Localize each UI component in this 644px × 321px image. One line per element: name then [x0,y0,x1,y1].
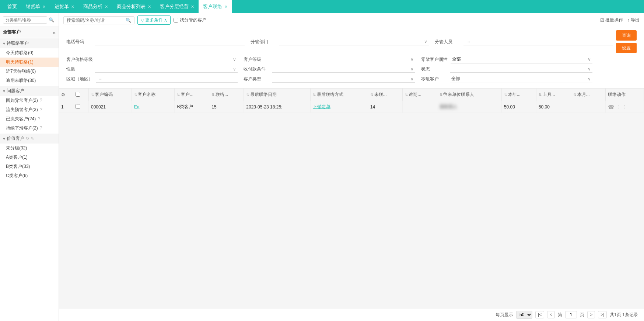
batch-ops-button[interactable]: ☑ 批量操作 [600,17,623,23]
help-icon-lost[interactable]: ? [38,116,41,121]
value-customer-group[interactable]: 价值客户 ↻ ✎ [0,134,59,144]
nav-product-analysis[interactable]: 商品分析 ✕ [79,0,112,13]
filter-phone-input[interactable] [95,38,245,45]
sidebar-item-lost[interactable]: 已流失客户(24) ? [0,114,59,124]
cell-name[interactable]: Ea [132,101,175,113]
nav-home[interactable]: 首页 [3,0,21,13]
cell-checkbox[interactable] [73,101,88,113]
col-checkbox[interactable] [73,89,88,101]
col-contact-count[interactable]: 联络... [209,89,244,101]
sidebar-item-loss-risk[interactable]: 流失预警客户(3) ? [0,105,59,114]
sidebar-item-continuous-decline[interactable]: 持续下滑客户(2) ? [0,124,59,133]
filter-customer-type-label: 客户类型 [244,76,269,82]
col-customer-type[interactable]: 客户... [175,89,209,101]
row-checkbox[interactable] [76,104,80,109]
region-more-icon[interactable]: ··· [99,76,102,82]
filter-panel: 电话号码 分管部门 ∨ 分管人员 ··· 查询 设置 [59,27,644,89]
sidebar-item-c-class[interactable]: C类客户(6) [0,171,59,180]
help-icon-decline[interactable]: ? [40,125,42,131]
filter-retail-customer-select[interactable]: 全部 ∨ [450,75,592,83]
my-customers-checkbox[interactable] [174,18,178,23]
cell-last-contact-method[interactable]: 下销货单 [310,101,368,113]
col-this-month[interactable]: 本月... [571,89,605,101]
help-icon-repurchase[interactable]: ? [40,98,42,103]
filter-payment-select[interactable]: ∨ [272,66,415,73]
close-product-analysis-list-tab[interactable]: ✕ [148,4,151,9]
problem-customer-group[interactable]: 问题客户 [0,86,59,96]
filter-customer-type-select[interactable]: ∨ [272,76,415,83]
nav-purchase[interactable]: 进货单 ✕ [50,0,79,13]
close-purchase-tab[interactable]: ✕ [71,4,74,9]
more-conditions-button[interactable]: ▽ 更多条件 ∧ [137,15,171,25]
close-customer-contact-tab[interactable]: ✕ [224,4,228,9]
next-page-button[interactable]: > [587,311,595,318]
value-group-refresh-icon[interactable]: ↻ [26,136,29,141]
sidebar-item-today[interactable]: 今天待联络(0) [0,48,59,58]
search-input[interactable] [67,18,126,23]
sidebar-item-overdue[interactable]: 逾期未联络(30) [0,76,59,85]
cell-code: 000021 [88,101,132,113]
filter-region-label: 区域（地区） [66,76,93,82]
prev-page-button[interactable]: < [547,311,555,318]
chevron-down-icon-7: ∨ [588,66,591,72]
col-last-contact-date[interactable]: 最后联络日期 [244,89,311,101]
col-this-year[interactable]: 本年... [501,89,536,101]
filter-department-select[interactable]: ∨ [279,38,429,45]
filter-manager-select[interactable]: ··· [463,38,613,45]
manager-more-icon[interactable]: ··· [466,39,470,44]
per-page-select[interactable]: 50 [516,311,532,319]
toolbar: 🔍 ▽ 更多条件 ∧ 我分管的客户 ☑ 批量操作 ↑ 导出 [59,13,644,27]
col-associated-contacts[interactable]: 往来单位联系人 [437,89,501,101]
nav-product-analysis-list[interactable]: 商品分析列表 ✕ [112,0,155,13]
close-sales-tab[interactable]: ✕ [42,4,46,9]
sidebar-item-repurchase-abnormal[interactable]: 回购异常客户(2) ? [0,96,59,105]
sidebar-search-area: 🔍 [0,13,59,27]
checkbox-icon: ☑ [600,18,604,23]
sidebar-item-week[interactable]: 近7天待联络(0) [0,67,59,76]
close-customer-segment-tab[interactable]: ✕ [191,4,194,9]
select-all-checkbox[interactable] [76,92,80,97]
search-button-icon[interactable]: 🔍 [126,18,131,23]
col-last-month[interactable]: 上月... [536,89,571,101]
nav-customer-segment[interactable]: 客户分层经营 ✕ [155,0,199,13]
filter-status-select[interactable]: ∨ [450,66,592,73]
settings-button[interactable]: 设置 [616,43,637,53]
sidebar-item-b-class[interactable]: B类客户(33) [0,162,59,171]
my-customers-checkbox-area[interactable]: 我分管的客户 [174,17,206,23]
top-navigation: 首页 销货单 ✕ 进货单 ✕ 商品分析 ✕ 商品分析列表 ✕ 客户分层经营 ✕ … [0,0,644,13]
action-contact-icon[interactable]: ☎ [608,104,614,110]
sidebar-item-a-class[interactable]: A类客户(1) [0,153,59,162]
export-button[interactable]: ↑ 导出 [627,17,640,23]
first-page-button[interactable]: |< [535,311,544,318]
page-number-input[interactable] [565,311,577,318]
help-icon-loss-risk[interactable]: ? [40,107,42,112]
sidebar-item-tomorrow[interactable]: 明天待联络(1) [0,58,59,67]
col-last-contact-method[interactable]: 最后联络方式 [310,89,368,101]
sidebar-search-input[interactable] [3,16,47,24]
filter-price-level-select[interactable]: ∨ [96,56,238,63]
col-no-contact[interactable]: 未联... [368,89,402,101]
all-customers-header[interactable]: 全部客户 « [0,27,59,38]
action-more-icon[interactable]: ⋮⋮ [616,104,627,110]
pending-contact-group[interactable]: 待联络客户 [0,38,59,48]
filter-retail-attr-select[interactable]: 全部 ∨ [451,55,592,63]
filter-payment-cell: 收付款条件 ∨ [241,66,418,73]
col-overdue[interactable]: 逾期... [402,89,437,101]
all-customers-label: 全部客户 [3,29,21,35]
nav-sales[interactable]: 销货单 ✕ [21,0,50,13]
filter-nature-select[interactable]: ∨ [95,66,238,73]
cell-contact-count: 15 [209,101,244,113]
query-button[interactable]: 查询 [616,30,637,41]
filter-customer-level-select[interactable]: ∨ [272,56,415,63]
close-product-analysis-tab[interactable]: ✕ [105,4,108,9]
col-name[interactable]: 客户名称 [132,89,175,101]
col-settings[interactable]: ⚙ [59,89,73,101]
sidebar-search-icon[interactable]: 🔍 [49,17,54,23]
nav-customer-contact[interactable]: 客户联络 ✕ [199,0,232,13]
last-page-button[interactable]: >| [598,311,607,318]
col-actions: 联络动作 [605,89,644,101]
col-code[interactable]: 客户编码 [88,89,132,101]
value-group-edit-icon[interactable]: ✎ [31,136,34,141]
filter-region-select[interactable]: ··· [96,76,238,83]
sidebar-item-ungrouped[interactable]: 未分组(32) [0,144,59,153]
